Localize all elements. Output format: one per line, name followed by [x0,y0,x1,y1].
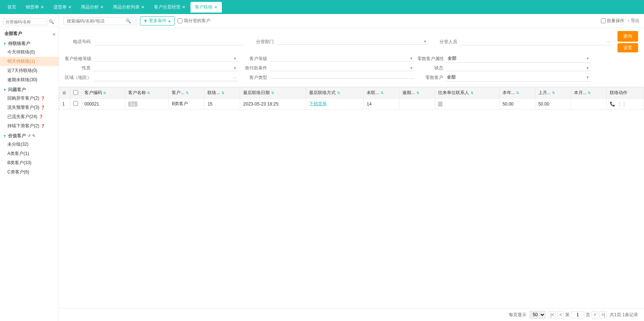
gender-arrow: ▼ [233,66,237,70]
filter-phone-input[interactable] [93,38,245,45]
search-icon[interactable]: 🔍 [126,18,131,24]
query-button[interactable]: 查询 [617,31,638,42]
nav-close-purchase-order[interactable]: ✕ [68,5,71,10]
prev-page-btn[interactable]: < [557,311,564,318]
next-page-btn[interactable]: > [592,311,598,318]
refresh-icon[interactable]: ↺ [27,134,31,138]
nav-close-customer-contact[interactable]: ✕ [214,5,217,10]
sidebar-7day-contact[interactable]: 近7天待联络(0) [0,66,59,75]
filter-payment-select[interactable]: ▼ [269,65,415,71]
filter-more-btn[interactable]: ▼ 更多条件 ▲ [140,16,175,25]
filter-retail-attr: 零散客户属性 全部 ▼ [417,55,591,63]
first-page-btn[interactable]: |< [549,311,556,318]
filter-value-grade: 客户价格等级 ▼ [65,56,238,62]
sidebar-a-class[interactable]: A类客户(1) [0,149,59,158]
nav-close-product-analysis[interactable]: ✕ [100,5,104,10]
page-number-input[interactable] [571,311,584,318]
filter-status-select[interactable]: ▼ [445,65,591,71]
menu-icon[interactable]: ⋮⋮ [617,101,626,107]
sidebar-search-icon[interactable]: 🔍 [49,19,54,24]
filter-customer-type-select[interactable] [269,77,415,79]
nav-purchase-order[interactable]: 进货单 ✕ [49,2,76,13]
sort-type-icon[interactable]: ⇅ [186,91,189,95]
sidebar-today-contact[interactable]: 今天待联络(0) [0,48,59,57]
sidebar-all-customers[interactable]: 全部客户 « [0,29,59,38]
sort-code-icon[interactable]: ⇅ [103,91,106,95]
search-input-wrap: 🔍 [63,17,137,25]
my-customers-checkbox[interactable] [178,18,182,23]
gear-icon[interactable]: ⚙ [62,90,66,96]
region-dots: ··· [233,75,237,80]
th-this-month[interactable]: 本月... ⇅ [571,87,606,99]
filter-retail-attr-select[interactable]: 全部 ▼ [446,55,591,63]
th-code[interactable]: 客户编码 ⇅ [81,87,125,99]
sort-name-icon[interactable]: ⇅ [147,91,150,95]
select-all-checkbox[interactable] [73,90,78,95]
th-this-year[interactable]: 本年... ⇅ [499,87,535,99]
call-icon[interactable]: 📞 [610,101,615,107]
th-last-contact-date[interactable]: 最后联络日期 ⇅ [240,87,306,99]
nav-close-customer-segment[interactable]: ✕ [182,5,185,10]
my-customers-wrap[interactable]: 我分管的客户 [178,18,210,24]
sort-last-date-icon[interactable]: ⇅ [271,91,274,95]
filter-customer-grade-select[interactable]: ▼ [269,56,415,62]
filter-gender-select[interactable]: ▼ [93,65,238,71]
nav-close-product-analysis-list[interactable]: ✕ [141,5,144,10]
sort-no-contact-icon[interactable]: ⇅ [381,91,384,95]
search-input[interactable] [67,18,126,24]
th-contact-count[interactable]: 联络... ⇅ [204,87,240,99]
batch-checkbox[interactable] [601,18,606,23]
filter-dept-select[interactable]: ▼ [276,39,428,45]
sort-contact-person-icon[interactable]: ⇅ [470,91,473,95]
sort-overdue-icon[interactable]: ⇅ [416,91,419,95]
sidebar-ungrouped[interactable]: 未分组(32) [0,140,59,149]
sidebar-churn-warning[interactable]: 流失预警客户(3) ❓ [0,103,59,112]
export-btn[interactable]: ↑ 导出 [627,18,640,24]
td-last-contact-method: 下销货单 [306,99,364,110]
filter-manager-select[interactable]: ··· [459,38,612,45]
sort-last-month-icon[interactable]: ⇅ [552,91,555,95]
th-last-contact-method[interactable]: 最后联络方式 ⇅ [306,87,364,99]
th-overdue[interactable]: 逾期... ⇅ [399,87,435,99]
td-type: B类客户 [169,99,204,110]
status-arrow: ▼ [586,66,589,70]
sidebar-declining[interactable]: 持续下滑客户(2) ❓ [0,121,59,131]
th-last-month[interactable]: 上月... ⇅ [535,87,571,99]
filter-region-select[interactable]: ··· [94,74,238,81]
page-size-select[interactable]: 50 [529,311,546,319]
nav-product-analysis[interactable]: 商品分析 ✕ [77,2,108,13]
sidebar-b-class[interactable]: B类客户(33) [0,158,59,168]
settings-button[interactable]: 设置 [617,43,638,52]
nav-home[interactable]: 首页 [3,2,21,13]
sidebar-search-input[interactable] [3,18,47,25]
batch-op-btn[interactable]: 批量操作 [601,18,624,24]
sort-contact-count-icon[interactable]: ⇅ [221,91,224,95]
nav-customer-segment[interactable]: 客户分层经营 ✕ [150,2,190,13]
th-type[interactable]: 客户... ⇅ [169,87,204,99]
nav-customer-contact[interactable]: 客户联络 ✕ [190,2,222,13]
nav-product-analysis-list[interactable]: 商品分析列表 ✕ [109,2,149,13]
filter-status: 状态 ▼ [417,65,591,71]
help-icon-3: ❓ [39,115,43,119]
sort-this-month-icon[interactable]: ⇅ [588,91,591,95]
last-page-btn[interactable]: >| [599,311,607,318]
sidebar-overdue-contact[interactable]: 逾期未联络(30) [0,75,59,84]
nav-sales-order[interactable]: 销货单 ✕ [21,2,48,13]
sort-this-year-icon[interactable]: ⇅ [516,91,519,95]
table-header-row: ⚙ 客户编码 ⇅ 客户名称 ⇅ [59,87,644,99]
td-no: 1 [59,99,70,110]
th-contact-person[interactable]: 往来单位联系人 ⇅ [435,87,500,99]
row-checkbox[interactable] [73,101,78,106]
filter-value-grade-select[interactable]: ▼ [94,56,238,62]
sort-last-method-icon[interactable]: ⇅ [337,91,340,95]
sidebar-tomorrow-contact[interactable]: 明天待联络(1) [0,57,59,66]
last-contact-method-link[interactable]: 下销货单 [309,101,327,106]
th-name[interactable]: 客户名称 ⇅ [125,87,169,99]
filter-retail-customer-select[interactable]: 全部 ▼ [445,73,591,82]
sidebar-churned[interactable]: 已流失客户(24) ❓ [0,112,59,121]
sidebar-c-class[interactable]: C类客户(6) [0,168,59,177]
th-no-contact[interactable]: 未联... ⇅ [364,87,399,99]
sidebar-repurchase-abnormal[interactable]: 回购异常客户(2) ❓ [0,94,59,103]
edit-icon[interactable]: ✎ [32,134,35,138]
nav-close-sales-order[interactable]: ✕ [41,5,44,10]
